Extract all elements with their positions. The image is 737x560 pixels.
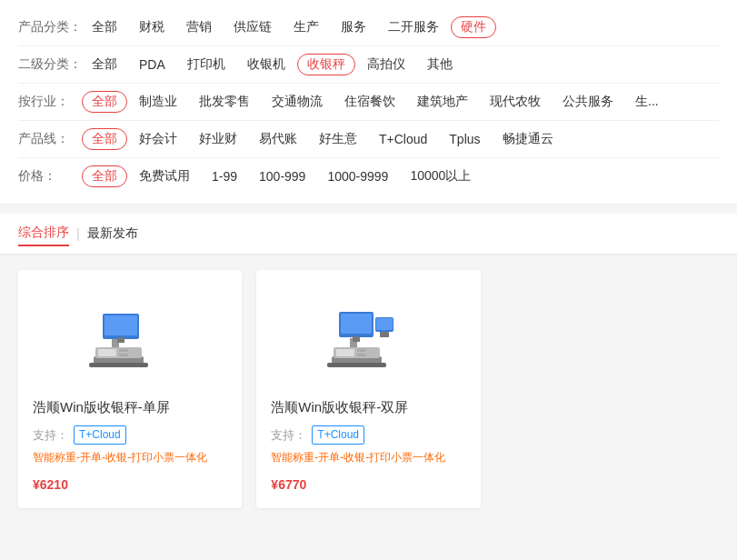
product-price-1: ¥6210 [33, 473, 227, 494]
industry-label: 按行业： [18, 94, 82, 110]
filter-item[interactable]: 住宿餐饮 [334, 91, 405, 113]
main-container: 产品分类： 全部 财税 营销 供应链 生产 服务 二开服务 硬件 二级分类： 全… [0, 0, 737, 523]
product-price-2: ¥6770 [271, 473, 465, 494]
price-number-1: 6210 [40, 477, 68, 492]
product-grid: 浩顺Win版收银秤-单屏 支持： T+Cloud 智能称重-开单-收银-打印小票… [0, 255, 737, 523]
filter-item[interactable]: 营销 [176, 16, 222, 38]
filter-item-active[interactable]: 全部 [82, 91, 127, 113]
filter-item-active[interactable]: 全部 [82, 165, 127, 187]
filter-item[interactable]: 好生意 [309, 128, 367, 150]
price-label: 价格： [18, 168, 82, 185]
support-tag-2: T+Cloud [312, 425, 364, 445]
product-image-1 [33, 288, 227, 388]
svg-rect-18 [353, 336, 360, 342]
product-desc-2: 智能称重-开单-收银-打印小票一体化 [271, 450, 465, 465]
sort-divider: | [76, 226, 80, 241]
secondary-category-label: 二级分类： [18, 56, 82, 73]
sort-bar: 综合排序 | 最新发布 [0, 214, 737, 255]
product-name-1: 浩顺Win版收银秤-单屏 [33, 399, 227, 416]
filter-item[interactable]: 财税 [129, 16, 174, 38]
filter-item[interactable]: 现代农牧 [480, 91, 551, 113]
filter-row-price: 价格： 全部 免费试用 1-99 100-999 1000-9999 10000… [18, 158, 719, 195]
filter-row-product-category: 产品分类： 全部 财税 营销 供应链 生产 服务 二开服务 硬件 [18, 9, 719, 46]
filter-item[interactable]: 二开服务 [378, 16, 449, 38]
product-line-label: 产品线： [18, 131, 82, 147]
svg-rect-7 [98, 349, 116, 356]
filter-item[interactable]: 其他 [417, 54, 463, 75]
filter-item[interactable]: 打印机 [177, 54, 235, 75]
filter-item[interactable]: 易代账 [249, 128, 307, 150]
product-desc-1: 智能称重-开单-收银-打印小票一体化 [33, 450, 227, 465]
filter-item-active[interactable]: 硬件 [451, 16, 496, 38]
filter-item[interactable]: 制造业 [129, 91, 187, 113]
product-card-2[interactable]: 浩顺Win版收银秤-双屏 支持： T+Cloud 智能称重-开单-收银-打印小票… [256, 270, 480, 508]
filter-item[interactable]: 生产 [284, 16, 329, 38]
svg-rect-20 [336, 349, 354, 356]
support-tag-1: T+Cloud [74, 425, 126, 445]
filter-item[interactable]: 畅捷通云 [493, 128, 563, 150]
svg-rect-4 [105, 315, 137, 335]
filter-item[interactable]: 1000-9999 [317, 166, 398, 186]
sort-newest[interactable]: 最新发布 [87, 222, 138, 245]
filter-row-product-line: 产品线： 全部 好会计 好业财 易代账 好生意 T+Cloud Tplus 畅捷… [18, 121, 719, 158]
product-image-2 [271, 288, 465, 388]
filter-item[interactable]: 好业财 [189, 128, 247, 150]
product-image-svg-1 [85, 297, 175, 379]
product-line-items: 全部 好会计 好业财 易代账 好生意 T+Cloud Tplus 畅捷通云 [82, 128, 563, 150]
filter-item[interactable]: 高拍仪 [357, 54, 415, 75]
sort-comprehensive[interactable]: 综合排序 [18, 221, 69, 246]
price-symbol-2: ¥ [271, 477, 278, 492]
industry-items: 全部 制造业 批发零售 交通物流 住宿餐饮 建筑地产 现代农牧 公共服务 生..… [82, 91, 669, 113]
svg-rect-17 [380, 332, 389, 337]
filter-row-industry: 按行业： 全部 制造业 批发零售 交通物流 住宿餐饮 建筑地产 现代农牧 公共服… [18, 84, 719, 121]
filter-item[interactable]: 供应链 [224, 16, 282, 38]
filter-item[interactable]: 10000以上 [400, 165, 481, 187]
filter-row-secondary-category: 二级分类： 全部 PDA 打印机 收银机 收银秤 高拍仪 其他 [18, 46, 719, 84]
svg-rect-8 [119, 349, 128, 352]
product-name-2: 浩顺Win版收银秤-双屏 [271, 399, 465, 416]
product-support-2: 支持： T+Cloud [271, 425, 465, 445]
filter-item[interactable]: 生... [625, 91, 669, 113]
product-support-1: 支持： T+Cloud [33, 425, 227, 445]
filter-item[interactable]: Tplus [439, 129, 490, 149]
svg-rect-14 [341, 314, 372, 334]
filter-item[interactable]: 免费试用 [129, 165, 200, 187]
filter-item[interactable]: 好会计 [129, 128, 187, 150]
filter-item[interactable]: T+Cloud [369, 129, 437, 149]
filter-item[interactable]: 全部 [82, 54, 127, 75]
filter-section: 产品分类： 全部 财税 营销 供应链 生产 服务 二开服务 硬件 二级分类： 全… [0, 0, 737, 205]
svg-rect-11 [327, 363, 386, 367]
secondary-category-items: 全部 PDA 打印机 收银机 收银秤 高拍仪 其他 [82, 54, 463, 75]
product-image-svg-2 [323, 297, 413, 379]
product-card-1[interactable]: 浩顺Win版收银秤-单屏 支持： T+Cloud 智能称重-开单-收银-打印小票… [18, 270, 242, 508]
filter-item[interactable]: 100-999 [249, 166, 315, 186]
filter-item[interactable]: 收银机 [237, 54, 295, 75]
product-category-items: 全部 财税 营销 供应链 生产 服务 二开服务 硬件 [82, 16, 496, 38]
price-symbol: ¥ [33, 477, 40, 492]
filter-item[interactable]: 全部 [82, 16, 127, 38]
svg-rect-5 [117, 337, 124, 343]
filter-item-active[interactable]: 收银秤 [297, 54, 355, 75]
filter-item[interactable]: PDA [129, 55, 175, 75]
svg-rect-21 [357, 349, 366, 352]
filter-item[interactable]: 建筑地产 [407, 91, 478, 113]
svg-rect-1 [89, 363, 148, 367]
price-items: 全部 免费试用 1-99 100-999 1000-9999 10000以上 [82, 165, 481, 187]
support-label-1: 支持： [33, 427, 68, 444]
svg-rect-16 [376, 318, 393, 330]
support-label-2: 支持： [271, 427, 306, 444]
price-number-2: 6770 [278, 477, 306, 492]
filter-item[interactable]: 服务 [331, 16, 376, 38]
product-category-label: 产品分类： [18, 19, 82, 35]
filter-item[interactable]: 1-99 [202, 166, 247, 186]
svg-rect-22 [357, 354, 366, 356]
svg-rect-9 [119, 354, 128, 356]
filter-item[interactable]: 交通物流 [262, 91, 333, 113]
filter-item[interactable]: 批发零售 [189, 91, 260, 113]
filter-item[interactable]: 公共服务 [553, 91, 623, 113]
filter-item-active[interactable]: 全部 [82, 128, 127, 150]
